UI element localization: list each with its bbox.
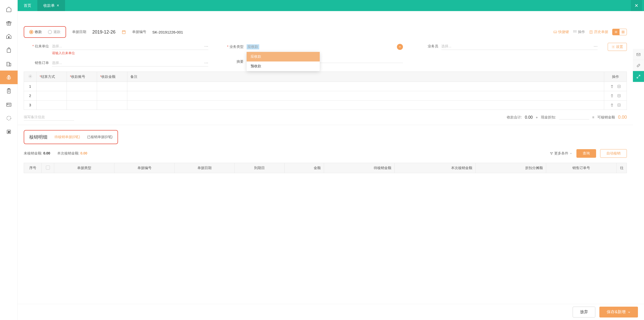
svg-rect-27: [623, 32, 624, 33]
svg-point-17: [574, 31, 574, 31]
partner-input[interactable]: 选择... ⋯: [52, 43, 208, 50]
view-list-icon[interactable]: [612, 29, 620, 35]
radio-receive[interactable]: 收款: [29, 30, 42, 34]
right-expand-icon[interactable]: [633, 71, 644, 82]
shortcut-link[interactable]: 快捷键: [553, 30, 569, 34]
nav-gift-icon[interactable]: [0, 16, 18, 30]
nav-money-bag-icon[interactable]: ¥: [0, 71, 18, 84]
doc-date-value[interactable]: 2019-12-26: [92, 29, 115, 35]
svg-point-28: [613, 46, 614, 47]
nav-building-icon[interactable]: [0, 57, 18, 71]
summary-row: 填写备注信息 收款合计: 0.00 + 现金折扣: = 可核销金额 0.00: [18, 110, 633, 125]
verify-tab-pending[interactable]: 待核销单据(0笔): [54, 135, 80, 139]
radio-checked-icon: [29, 30, 33, 34]
svg-point-19: [576, 31, 576, 31]
add-icon[interactable]: [617, 94, 621, 98]
svg-point-22: [576, 32, 576, 32]
right-link-icon[interactable]: [633, 60, 644, 71]
doc-date-label: 单据日期: [72, 30, 86, 34]
svg-rect-15: [122, 31, 125, 34]
nav-id-icon[interactable]: [0, 98, 18, 111]
dropdown-option-prepaid[interactable]: 预收款: [247, 61, 320, 71]
line-table: *结算方式 *收款账号 *收款金额 备注 操作 1 2: [24, 72, 627, 110]
verify-section: 核销明细 待核销单据(0笔) 已核销单据(0笔) 未核销金额: 0.00 本次核…: [18, 125, 633, 193]
svg-rect-5: [9, 63, 11, 66]
close-tab-icon[interactable]: ×: [57, 3, 59, 8]
more-icon[interactable]: ⋯: [204, 60, 208, 65]
nav-new-icon[interactable]: 新: [0, 125, 18, 139]
toolbar: 收款 退款 单据日期 2019-12-26 单据编号 SK-20191226-0…: [18, 22, 633, 38]
chevron-up-icon[interactable]: [397, 44, 403, 50]
partner-error: 请输入往来单位: [52, 51, 208, 55]
svg-point-18: [575, 31, 575, 31]
view-grid-icon[interactable]: [620, 29, 627, 35]
doc-no-label: 单据编号: [132, 30, 146, 34]
remark-input[interactable]: 填写备注信息: [24, 114, 74, 121]
more-icon[interactable]: ⋯: [594, 44, 598, 49]
operate-link[interactable]: 操作: [573, 30, 585, 34]
nav-circle-icon[interactable]: [0, 111, 18, 125]
history-link[interactable]: 历史单据: [589, 30, 608, 34]
right-mail-icon[interactable]: [633, 49, 644, 60]
verify-table: 序号 单据类型 单据编号 单据日期 到期日 金额 待核销金额 本次核销金额 折扣…: [24, 163, 627, 193]
view-toggle: [612, 29, 627, 35]
svg-point-11: [7, 116, 11, 120]
form-section: *往来单位 选择... ⋯ 请输入往来单位 *业务类型 应收款 应收款 预收款: [18, 38, 633, 69]
nav-home-icon[interactable]: [0, 3, 18, 16]
svg-point-29: [30, 76, 31, 77]
tab-receipt[interactable]: 收款单×: [37, 0, 65, 11]
salesman-field: 业务员 选择... ⋯: [413, 43, 598, 50]
svg-rect-14: [637, 53, 640, 56]
svg-rect-26: [622, 32, 623, 33]
svg-point-20: [574, 32, 574, 32]
svg-rect-16: [554, 31, 557, 33]
table-row: 2: [24, 91, 627, 101]
table-row: 3: [24, 101, 627, 110]
biz-type-select[interactable]: 应收款: [247, 43, 403, 51]
delete-icon[interactable]: [610, 103, 614, 107]
auto-writeoff-button[interactable]: 自动核销: [600, 149, 627, 158]
more-icon[interactable]: ⋯: [204, 44, 208, 49]
sales-order-field: 销售订单 选择... ⋯: [24, 59, 208, 67]
radio-refund[interactable]: 退款: [48, 30, 61, 34]
doc-no-value: SK-20191226-001: [152, 30, 183, 34]
tab-home[interactable]: 首页: [18, 0, 37, 11]
partner-field: *往来单位 选择... ⋯: [24, 43, 208, 50]
svg-rect-25: [623, 31, 624, 32]
line-table-section: *结算方式 *收款账号 *收款金额 备注 操作 1 2: [18, 72, 633, 110]
add-icon[interactable]: [617, 84, 621, 88]
verify-tab-done[interactable]: 已核销单据(0笔): [87, 135, 112, 139]
table-row: 1: [24, 82, 627, 91]
chevron-down-icon: [569, 152, 572, 155]
cash-discount-input[interactable]: [559, 115, 589, 119]
query-button[interactable]: 查询: [576, 149, 596, 158]
top-header: 首页 收款单× ×: [0, 0, 644, 11]
select-all-checkbox[interactable]: [46, 166, 50, 170]
nav-clipboard-icon[interactable]: [0, 84, 18, 98]
biz-type-dropdown: 应收款 预收款: [247, 52, 320, 71]
left-sidebar: $ ¥ 新: [0, 0, 18, 213]
window-close-icon[interactable]: ×: [631, 0, 642, 11]
calendar-icon[interactable]: [122, 30, 126, 34]
nav-house-dollar-icon[interactable]: $: [0, 30, 18, 43]
add-icon[interactable]: [617, 103, 621, 107]
svg-rect-24: [622, 31, 623, 32]
radio-unchecked-icon: [48, 30, 52, 34]
nav-bag-icon[interactable]: [0, 43, 18, 57]
delete-icon[interactable]: [610, 84, 614, 88]
settings-button[interactable]: 设置: [608, 43, 627, 51]
svg-rect-3: [7, 49, 11, 52]
verify-bar: 未核销金额: 0.00 本次核销金额: 0.00 更多条件 查询 自动核销: [24, 144, 627, 163]
verify-header: 核销明细 待核销单据(0笔) 已核销单据(0笔): [24, 130, 118, 144]
gear-icon[interactable]: [28, 74, 32, 78]
delete-icon[interactable]: [610, 94, 614, 98]
svg-point-10: [7, 104, 8, 105]
svg-rect-4: [7, 62, 9, 66]
more-conditions-link[interactable]: 更多条件: [550, 151, 572, 156]
receipt-type-radio-group: 收款 退款: [24, 26, 66, 38]
sales-order-input[interactable]: 选择... ⋯: [52, 59, 208, 67]
salesman-input[interactable]: 选择... ⋯: [441, 43, 598, 50]
svg-point-21: [575, 32, 575, 32]
svg-text:$: $: [8, 36, 9, 38]
dropdown-option-receivable[interactable]: 应收款: [247, 52, 320, 61]
